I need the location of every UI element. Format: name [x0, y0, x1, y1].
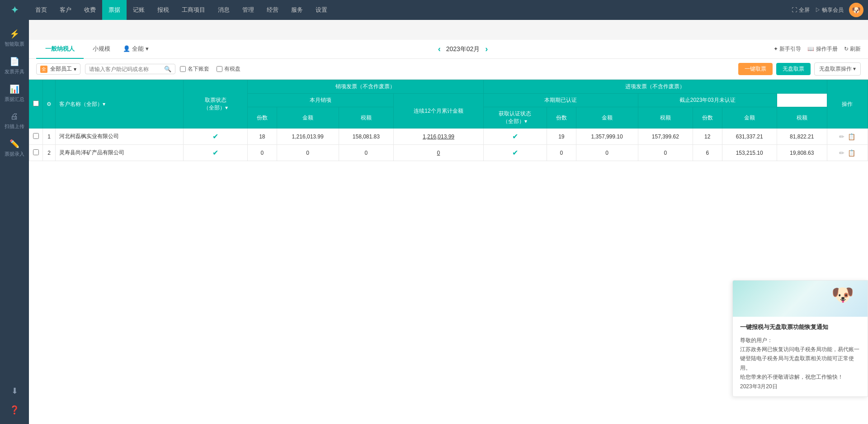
row2-detail-icon[interactable]: 📋: [847, 149, 856, 157]
check-tax-item[interactable]: 有税盘: [217, 65, 241, 73]
row1-cumulative[interactable]: 1,216,013.99: [394, 129, 484, 145]
row1-tax2: 157,399.62: [638, 129, 693, 145]
row1-checkbox[interactable]: [29, 129, 43, 145]
cert-status-icon: ✔: [512, 133, 518, 140]
tab-small-scale[interactable]: 小规模: [84, 40, 119, 59]
tab-all-capable-icon: 👤: [123, 45, 130, 52]
nav-home[interactable]: 首页: [29, 0, 53, 20]
nav-operation[interactable]: 经营: [260, 0, 285, 20]
col-cert-status-header[interactable]: 获取认证状态（全部）▾: [483, 107, 547, 129]
notification-title: 一键报税与无盘取票功能恢复通知: [740, 322, 860, 332]
user-avatar[interactable]: 🐶: [849, 3, 863, 17]
notification-content: 江苏政务网已恢复访问电子税务局功能，易代账一键登陆电子税务局与无盘取票相关功能可…: [740, 345, 860, 372]
col-amount-header: 金额: [277, 107, 339, 129]
employee-tag: 全: [40, 66, 47, 73]
nav-settings[interactable]: 设置: [309, 0, 334, 20]
row2-qty2: 0: [547, 145, 576, 161]
search-input[interactable]: [89, 66, 162, 72]
member-button[interactable]: ▷ 畅享会员: [815, 6, 844, 14]
tab-general-taxpayer[interactable]: 一般纳税人: [36, 40, 84, 59]
row2-qty: 0: [248, 145, 277, 161]
row2-amount3: 153,215.10: [722, 145, 777, 161]
diskless-ticket-button[interactable]: 无盘取票: [776, 63, 811, 75]
employee-label: 全部员工: [50, 65, 72, 73]
col-customer-header[interactable]: 客户名称（全部）▾: [56, 80, 184, 129]
period-next-button[interactable]: ›: [485, 44, 488, 54]
one-click-ticket-button[interactable]: 一键取票: [738, 63, 773, 75]
row1-detail-icon[interactable]: 📋: [847, 133, 856, 140]
col-current-month-sales-header: 本月销项: [248, 94, 394, 107]
col-sales-invoice-group-header: 销项发票（不含作废票）: [248, 80, 484, 94]
nav-invoice[interactable]: 票据: [102, 0, 127, 20]
col-not-certified-header: 截止2023年03月未认证: [638, 94, 777, 107]
col-amount3-header: 金额: [722, 107, 777, 129]
row2-edit-icon[interactable]: ✏: [838, 149, 845, 157]
col-cumulative-12m-header: 连续12个月累计金额: [394, 94, 484, 129]
nav-service[interactable]: 服务: [285, 0, 309, 20]
invoice-table: ⚙ 客户名称（全部）▾ 取票状态（全部）▾ 销项发票（不含作废票） 进项发票（不…: [29, 80, 868, 161]
sidebar-item-label: 扫描上传: [5, 123, 24, 130]
period-label: 2023年02月: [446, 45, 480, 53]
row1-cancel-status: ✔: [184, 129, 248, 145]
row2-amount: 0: [277, 145, 339, 161]
row2-actions: ✏ 📋: [827, 145, 868, 161]
table-row: 2 灵寿县尚泽矿产品有限公司 ✔ 0 0 0 0 ✔ 0 0 0 6 153,2…: [29, 145, 868, 161]
nav-tax[interactable]: 报税: [151, 0, 175, 20]
cancel-status-icon: ✔: [212, 133, 218, 140]
tab-all-capable[interactable]: 👤 全能 ▾: [119, 40, 152, 59]
fullscreen-button[interactable]: ⛶ 全屏: [792, 6, 809, 14]
tab-small-scale-label: 小规模: [93, 45, 110, 53]
select-all-checkbox[interactable]: [33, 100, 39, 106]
sidebar-item-invoice-entry[interactable]: ✏️ 票据录入: [0, 134, 29, 162]
notification-apology: 给您带来的不便敬请谅解，祝您工作愉快！: [740, 372, 860, 381]
cancel-status-icon: ✔: [212, 149, 218, 157]
manual-button[interactable]: 📖 操作手册: [807, 45, 837, 53]
sidebar-download-icon[interactable]: ⬇: [11, 386, 18, 396]
scan-upload-icon: 🖨: [10, 112, 19, 121]
row2-tax2: 0: [638, 145, 693, 161]
sidebar-item-label: 票据录入: [5, 151, 24, 157]
row2-cumulative[interactable]: 0: [394, 145, 484, 161]
tab-all-capable-chevron-icon: ▾: [146, 45, 149, 52]
check-account-checkbox[interactable]: [180, 66, 186, 72]
diskless-ops-label: 无盘取票操作 ▾: [819, 65, 856, 73]
check-tax-label: 有税盘: [224, 65, 241, 73]
notification-body: 一键报税与无盘取票功能恢复通知 尊敬的用户： 江苏政务网已恢复访问电子税务局功能…: [733, 317, 868, 396]
row1-edit-icon[interactable]: ✏: [838, 133, 845, 140]
check-account-item[interactable]: 名下账套: [180, 65, 209, 73]
row1-cert-status: ✔: [483, 129, 547, 145]
sidebar-item-label: 票据汇总: [5, 96, 24, 103]
col-tax3-header: 税额: [777, 107, 827, 129]
nav-manage[interactable]: 管理: [236, 0, 260, 20]
sidebar-item-label: 发票开具: [5, 68, 24, 75]
notification-mascot-icon: 🐶: [831, 284, 859, 311]
row2-no: 2: [43, 145, 56, 161]
row1-tax: 158,081.83: [339, 129, 393, 145]
row2-customer-name[interactable]: 灵寿县尚泽矿产品有限公司: [56, 145, 184, 161]
invoice-summary-icon: 📊: [9, 84, 19, 94]
row2-qty3: 6: [693, 145, 722, 161]
col-tax2-header: 税额: [638, 107, 693, 129]
col-cancel-status-header[interactable]: 取票状态（全部）▾: [184, 80, 248, 129]
sidebar-item-smart-ticket[interactable]: ⚡ 智能取票: [0, 24, 29, 52]
sidebar-item-invoice-summary[interactable]: 📊 票据汇总: [0, 80, 29, 107]
nav-fee[interactable]: 收费: [78, 0, 102, 20]
refresh-button[interactable]: ↻ 刷新: [844, 45, 861, 53]
search-icon[interactable]: 🔍: [164, 66, 171, 72]
employee-select[interactable]: 全 全部员工 ▾: [36, 63, 80, 75]
sidebar-help-icon[interactable]: ❓: [9, 405, 19, 415]
tab-all-capable-label: 全能: [132, 45, 144, 53]
diskless-ops-button[interactable]: 无盘取票操作 ▾: [814, 62, 861, 76]
new-guide-button[interactable]: ✦ 新手引导: [774, 45, 801, 53]
period-prev-button[interactable]: ‹: [438, 44, 441, 54]
nav-message[interactable]: 消息: [212, 0, 236, 20]
sidebar-item-invoice-issue[interactable]: 📄 发票开具: [0, 52, 29, 80]
col-operations-header: 操作: [827, 80, 868, 129]
nav-business[interactable]: 工商项目: [175, 0, 212, 20]
check-tax-checkbox[interactable]: [217, 66, 222, 72]
row1-customer-name[interactable]: 河北柯磊枫实业有限公司: [56, 129, 184, 145]
row2-checkbox[interactable]: [29, 145, 43, 161]
sidebar-item-scan-upload[interactable]: 🖨 扫描上传: [0, 107, 29, 134]
nav-accounting[interactable]: 记账: [127, 0, 151, 20]
nav-client[interactable]: 客户: [53, 0, 78, 20]
